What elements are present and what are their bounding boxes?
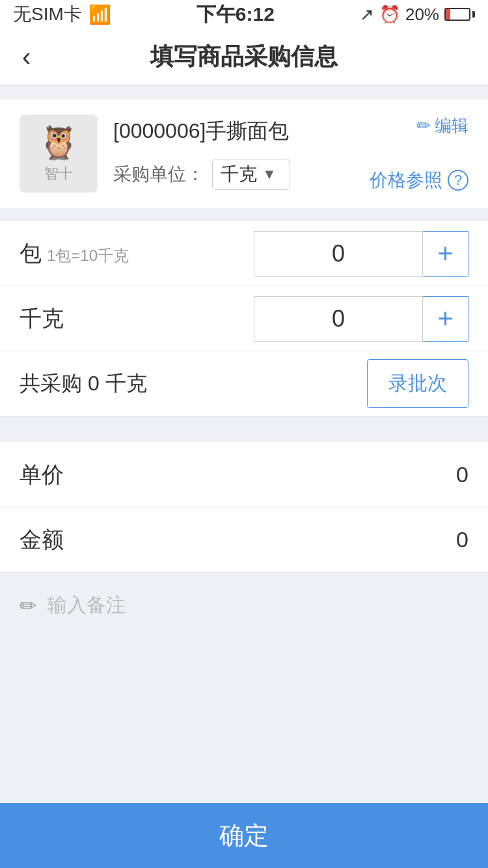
product-brand-label: 智十 [44, 164, 73, 183]
bao-value: 0 [332, 240, 345, 267]
bao-input-row: 包1包=10千克 0 + [0, 221, 488, 286]
product-image-icon: 🦉 [38, 124, 79, 161]
status-left: 无SIM卡 📶 [13, 2, 111, 27]
unit-label: 采购单位： [113, 162, 204, 187]
unit-value: 千克 [221, 162, 257, 187]
product-image: 🦉 智十 [20, 115, 98, 193]
input-section: 包1包=10千克 0 + 千克 0 + [0, 221, 488, 351]
edit-button[interactable]: ✏ 编辑 [416, 115, 468, 137]
kg-label: 千克 [20, 304, 98, 334]
unit-dropdown[interactable]: 千克 ▼ [212, 159, 290, 190]
amount-row: 金额 0 [0, 508, 488, 573]
summary-row: 共采购 0 千克 录批次 [0, 351, 488, 416]
carrier-label: 无SIM卡 [13, 2, 82, 27]
kg-value: 0 [332, 305, 345, 332]
summary-label: 共采购 0 千克 [20, 370, 367, 398]
product-name: [0000006]手撕面包 [113, 117, 468, 146]
price-ref-label: 价格参照 [370, 168, 442, 193]
chevron-down-icon: ▼ [262, 166, 277, 183]
note-placeholder: 输入备注 [47, 592, 126, 619]
product-card: 🦉 智十 [0000006]手撕面包 采购单位： 千克 ▼ ✏ 编辑 价格参照 … [0, 99, 488, 208]
price-ref-button[interactable]: 价格参照 ? [370, 168, 468, 193]
unit-price-label: 单价 [20, 460, 456, 490]
bao-plus-button[interactable]: + [423, 231, 468, 277]
back-button[interactable]: ‹ [16, 36, 37, 78]
status-time: 下午6:12 [197, 1, 275, 28]
battery-percent: 20% [405, 5, 439, 25]
bao-input[interactable]: 0 [254, 231, 423, 277]
page-title: 填写商品采购信息 [150, 41, 338, 73]
section-divider-2 [0, 416, 488, 429]
edit-icon: ✏ [416, 116, 431, 136]
unit-price-row: 单价 0 [0, 442, 488, 508]
bao-sublabel: 1包=10千克 [47, 247, 129, 264]
amount-value: 0 [456, 527, 468, 552]
status-right: ↗ ⏰ 20% [360, 5, 475, 25]
edit-label: 编辑 [435, 115, 468, 137]
location-icon: ↗ [360, 5, 374, 25]
nav-bar: ‹ 填写商品采购信息 [0, 29, 488, 86]
wifi-icon: 📶 [88, 4, 111, 25]
kg-input-row: 千克 0 + [0, 286, 488, 351]
confirm-button[interactable]: 确定 [0, 803, 488, 868]
section-divider-1 [0, 208, 488, 221]
status-bar: 无SIM卡 📶 下午6:12 ↗ ⏰ 20% [0, 0, 488, 29]
amount-label: 金额 [20, 525, 456, 555]
alarm-icon: ⏰ [379, 5, 400, 25]
note-section[interactable]: ✏ 输入备注 [0, 573, 488, 638]
kg-plus-button[interactable]: + [423, 296, 468, 342]
pencil-icon: ✏ [20, 593, 37, 618]
battery-icon [444, 8, 475, 21]
price-section: 单价 0 金额 0 [0, 442, 488, 573]
kg-input[interactable]: 0 [254, 296, 423, 342]
unit-price-value: 0 [456, 462, 468, 487]
help-icon: ? [448, 170, 468, 191]
bao-label: 包1包=10千克 [20, 239, 129, 269]
record-batch-button[interactable]: 录批次 [367, 359, 468, 408]
